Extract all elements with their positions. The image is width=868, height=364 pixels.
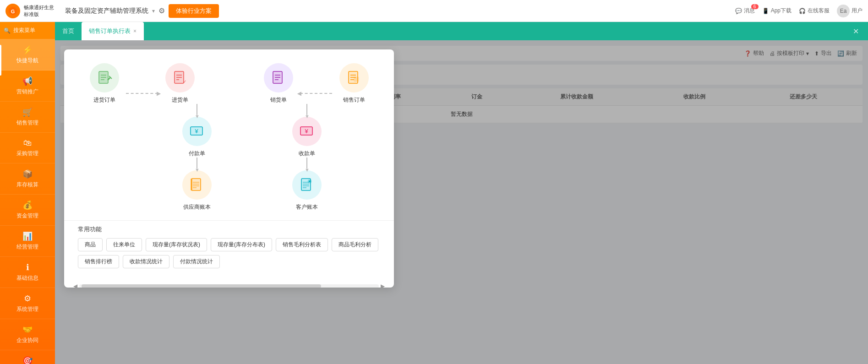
purchase-order-icon xyxy=(90,63,119,92)
func-btn-stock-dist[interactable]: 现存量(库存分布表) xyxy=(211,238,272,251)
logo-icon: G xyxy=(5,4,20,18)
sidebar-item-sales[interactable]: 🛒 销售管理 xyxy=(0,102,55,133)
sidebar-item-guide[interactable]: 🎯 新手引导 xyxy=(0,350,55,364)
sidebar-item-marketing[interactable]: 📢 营销推广 xyxy=(0,71,55,102)
tab-close-btn[interactable]: × xyxy=(133,28,136,34)
app-title-area: 装备及固定资产辅助管理系统 ▾ ⚙ 体验行业方案 xyxy=(65,4,731,18)
func-btn-product[interactable]: 商品 xyxy=(78,238,103,251)
flow-diagram: 进货订单 ▶ xyxy=(64,49,394,220)
svg-text:¥: ¥ xyxy=(304,128,308,135)
sidebar-item-enterprise[interactable]: 🤝 企业协同 xyxy=(0,319,55,350)
node-sales: 销货单 xyxy=(257,63,300,104)
func-btn-receipt-stats[interactable]: 收款情况统计 xyxy=(123,255,169,268)
online-service-btn[interactable]: 🎧 在线客服 xyxy=(799,7,830,15)
scroll-area: ◀ ▶ xyxy=(64,281,394,288)
modal-overlay[interactable]: 进货订单 ▶ xyxy=(55,40,868,364)
sales-icon: 🛒 xyxy=(22,107,33,117)
tab-sales-order[interactable]: 销售订单执行表 × xyxy=(82,22,144,40)
node-purchase: ✓ 进货单 xyxy=(158,63,202,104)
settings-icon[interactable]: ⚙ xyxy=(158,6,165,15)
customer-ledger-icon xyxy=(292,170,322,200)
inventory-icon: 📦 xyxy=(22,169,33,179)
svg-rect-31 xyxy=(191,179,201,190)
marketing-icon: 📢 xyxy=(22,76,33,86)
sidebar: 🔍 搜索菜单 ⚡ 快捷导航 📢 营销推广 🛒 销售管理 🛍 采购管理 📦 库存核… xyxy=(0,22,55,364)
func-btn-row-1: 商品 往来单位 现存量(库存状况表) 现存量(库存分布表) 销售毛利分析表 商品… xyxy=(78,238,380,251)
scroll-left-btn[interactable]: ◀ xyxy=(73,283,77,288)
supplier-ledger-icon xyxy=(182,170,212,200)
tab-bar-close-btn[interactable]: ✕ xyxy=(849,25,863,38)
search-icon: 🔍 xyxy=(4,27,11,34)
node-customer-ledger: 客户账本 xyxy=(279,170,334,211)
purchase-icon: ✓ xyxy=(165,63,195,92)
system-icon: ⚙ xyxy=(24,293,31,304)
enterprise-icon: 🤝 xyxy=(22,325,33,335)
logo-area: G 畅康通好生意 标准版 xyxy=(5,4,60,18)
func-btn-stock-status[interactable]: 现存量(库存状况表) xyxy=(146,238,207,251)
payment-out-icon: ¥ xyxy=(182,117,212,146)
svg-rect-37 xyxy=(191,179,192,190)
svg-text:G: G xyxy=(11,9,15,14)
node-payment-in: ¥ 收款单 xyxy=(279,117,334,158)
sidebar-item-basic-info[interactable]: ℹ 基础信息 xyxy=(0,257,55,288)
message-btn[interactable]: 💬 消息 6 xyxy=(735,7,755,15)
dropdown-arrow-icon[interactable]: ▾ xyxy=(152,8,155,14)
top-header: G 畅康通好生意 标准版 装备及固定资产辅助管理系统 ▾ ⚙ 体验行业方案 💬 … xyxy=(0,0,868,22)
common-functions: 常用功能 商品 往来单位 现存量(库存状况表) 现存量(库存分布表) 销售毛利分… xyxy=(64,220,394,281)
sidebar-search[interactable]: 🔍 搜索菜单 xyxy=(0,22,55,39)
content-area: 首页 销售订单执行表 × ✕ ❓ 帮助 🖨 按模板打印 ▾ xyxy=(55,22,868,364)
node-sales-order: 销售订单 xyxy=(332,63,376,104)
func-btn-sales-rank[interactable]: 销售排行榜 xyxy=(78,255,119,268)
modal-box: 进货订单 ▶ xyxy=(64,49,394,288)
header-right: 💬 消息 6 📱 App下载 🎧 在线客服 Ea 用户 xyxy=(735,5,863,17)
tab-bar: 首页 销售订单执行表 × ✕ xyxy=(55,22,868,40)
sidebar-item-system[interactable]: ⚙ 系统管理 xyxy=(0,288,55,319)
svg-text:✓: ✓ xyxy=(183,79,186,84)
scroll-thumb[interactable] xyxy=(82,284,321,288)
experience-btn[interactable]: 体验行业方案 xyxy=(169,4,219,18)
svg-text:¥: ¥ xyxy=(194,128,198,135)
page-content: ❓ 帮助 🖨 按模板打印 ▾ ⬆ 导出 🔄 刷新 xyxy=(55,40,868,364)
basic-info-icon: ℹ xyxy=(26,262,29,272)
guide-icon: 🎯 xyxy=(22,356,33,364)
sales-icon xyxy=(264,63,293,92)
message-icon: 💬 xyxy=(735,8,742,14)
payment-in-icon: ¥ xyxy=(292,117,322,146)
func-btn-row-2: 销售排行榜 收款情况统计 付款情况统计 xyxy=(78,255,380,268)
func-btn-payment-stats[interactable]: 付款情况统计 xyxy=(173,255,220,268)
sidebar-item-operations[interactable]: 📊 经营管理 xyxy=(0,226,55,257)
common-functions-title: 常用功能 xyxy=(78,225,380,234)
finance-icon: 💰 xyxy=(22,200,33,210)
sales-order-icon xyxy=(339,63,369,92)
download-icon: 📱 xyxy=(762,8,769,14)
message-badge: 6 xyxy=(751,4,759,9)
purchase-icon: 🛍 xyxy=(23,138,32,148)
logo-text: 畅康通好生意 标准版 xyxy=(24,4,54,17)
node-payment-out: ¥ 付款单 xyxy=(169,117,224,158)
svg-rect-24 xyxy=(354,77,359,81)
func-btn-unit[interactable]: 往来单位 xyxy=(106,238,142,251)
app-title: 装备及固定资产辅助管理系统 xyxy=(65,7,148,15)
service-icon: 🎧 xyxy=(799,8,806,14)
func-btn-product-profit[interactable]: 商品毛利分析 xyxy=(332,238,378,251)
node-purchase-order: 进货订单 xyxy=(82,63,126,104)
user-avatar: Ea xyxy=(837,5,850,17)
quick-nav-icon: ⚡ xyxy=(22,45,33,55)
sidebar-item-finance[interactable]: 💰 资金管理 xyxy=(0,195,55,226)
sidebar-item-inventory[interactable]: 📦 库存核算 xyxy=(0,163,55,195)
operations-icon: 📊 xyxy=(22,231,33,241)
tab-home[interactable]: 首页 xyxy=(55,22,82,40)
user-area[interactable]: Ea 用户 xyxy=(837,5,863,17)
func-btn-sales-profit[interactable]: 销售毛利分析表 xyxy=(276,238,328,251)
node-supplier-ledger: 供应商账本 xyxy=(169,170,224,211)
sidebar-item-purchase[interactable]: 🛍 采购管理 xyxy=(0,133,55,163)
app-download-btn[interactable]: 📱 App下载 xyxy=(762,7,792,15)
main-layout: 🔍 搜索菜单 ⚡ 快捷导航 📢 营销推广 🛒 销售管理 🛍 采购管理 📦 库存核… xyxy=(0,22,868,364)
scroll-right-btn[interactable]: ▶ xyxy=(381,283,385,288)
sidebar-item-quick-nav[interactable]: ⚡ 快捷导航 xyxy=(0,39,55,71)
